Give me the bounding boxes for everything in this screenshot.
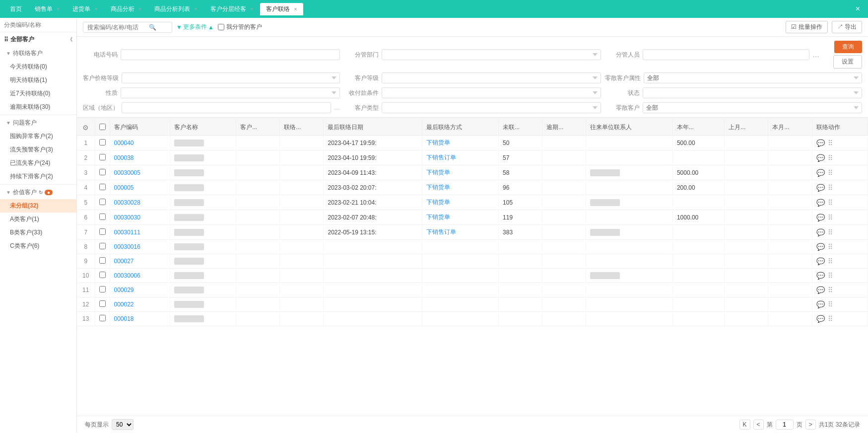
- chat-icon[interactable]: 💬: [816, 272, 825, 280]
- sidebar-pending-contact[interactable]: ▼ 待联络客户: [0, 47, 76, 60]
- grid-action-icon[interactable]: ⠿: [828, 139, 833, 147]
- reset-btn[interactable]: 设置: [833, 55, 862, 69]
- nav-tab-purchase[interactable]: 进货单 ×: [67, 3, 103, 15]
- nav-tab-analysis-list[interactable]: 商品分析列表 ×: [148, 3, 203, 15]
- refresh-icon[interactable]: ↻: [39, 190, 43, 195]
- customer-code-link[interactable]: 000022: [114, 301, 134, 308]
- sidebar-item-ungroup[interactable]: 未分组(32): [0, 199, 76, 213]
- nav-tab-analysis-close[interactable]: ×: [138, 6, 141, 12]
- nav-tab-customer-contact-close[interactable]: ×: [294, 6, 297, 12]
- phone-input[interactable]: [121, 49, 340, 60]
- grid-action-icon[interactable]: ⠿: [828, 257, 833, 265]
- chat-icon[interactable]: 💬: [816, 315, 825, 323]
- sidebar-item-abnormal[interactable]: 囤购异常客户(2): [0, 130, 76, 143]
- last-method-link[interactable]: 下销货单: [426, 214, 450, 220]
- sidebar-item-lost[interactable]: 已流失客户(24): [0, 156, 76, 170]
- last-method-link[interactable]: 下销货单: [426, 199, 450, 206]
- region-more-btn[interactable]: …: [334, 104, 340, 111]
- customer-code-link[interactable]: 00030030: [114, 214, 140, 221]
- my-customers-checkbox[interactable]: 我分管的客户: [218, 23, 262, 31]
- chat-icon[interactable]: 💬: [816, 154, 825, 162]
- customer-type-select[interactable]: [382, 102, 601, 113]
- sidebar-item-week[interactable]: 近7天待联络(0): [0, 87, 76, 100]
- row-checkbox[interactable]: [95, 225, 110, 240]
- chat-icon[interactable]: 💬: [816, 139, 825, 147]
- row-checkbox[interactable]: [95, 136, 110, 150]
- nav-tab-customer-segment-close[interactable]: ×: [250, 6, 253, 12]
- sidebar-item-declining[interactable]: 持续下滑客户(2): [0, 170, 76, 183]
- gear-icon[interactable]: ⚙: [82, 124, 89, 132]
- sidebar-item-a-class[interactable]: A类客户(1): [0, 213, 76, 226]
- person-input[interactable]: [643, 49, 809, 60]
- retail-attr-select[interactable]: 全部: [644, 72, 862, 83]
- status-select[interactable]: [643, 87, 862, 98]
- query-btn[interactable]: 查询: [834, 41, 862, 53]
- grid-action-icon[interactable]: ⠿: [828, 214, 833, 221]
- th-name[interactable]: 客户名称: [170, 120, 236, 136]
- chat-icon[interactable]: 💬: [816, 184, 825, 192]
- last-method-link[interactable]: 下销货单: [426, 139, 450, 146]
- first-page-btn[interactable]: K: [739, 420, 750, 430]
- grid-action-icon[interactable]: ⠿: [828, 169, 833, 177]
- row-code[interactable]: 000018: [110, 312, 170, 326]
- row-code[interactable]: 000040: [110, 136, 170, 150]
- customer-code-link[interactable]: 00030016: [114, 243, 140, 250]
- row-code[interactable]: 000029: [110, 283, 170, 297]
- customer-code-link[interactable]: 000029: [114, 287, 134, 293]
- th-checkbox[interactable]: [95, 120, 110, 136]
- sidebar-problem-customers[interactable]: ▼ 问题客户: [0, 116, 76, 130]
- grid-action-icon[interactable]: ⠿: [828, 199, 833, 207]
- row-code[interactable]: 00030111: [110, 225, 170, 240]
- price-level-select[interactable]: [122, 72, 340, 83]
- row-code[interactable]: 00030028: [110, 195, 170, 210]
- customer-level-select[interactable]: [382, 72, 601, 83]
- sidebar-value-customers[interactable]: ▼ 价值客户 ↻ ●: [0, 186, 76, 199]
- customer-code-link[interactable]: 000027: [114, 258, 134, 265]
- grid-action-icon[interactable]: ⠿: [828, 184, 833, 192]
- grid-action-icon[interactable]: ⠿: [828, 228, 833, 236]
- sidebar-item-today[interactable]: 今天待联络(0): [0, 60, 76, 73]
- customer-code-link[interactable]: 00030028: [114, 199, 140, 206]
- nav-home[interactable]: 首页: [4, 3, 28, 15]
- last-method-link[interactable]: 下销货单: [426, 169, 450, 176]
- row-checkbox[interactable]: [95, 254, 110, 269]
- row-code[interactable]: 000038: [110, 150, 170, 165]
- chat-icon[interactable]: 💬: [816, 286, 825, 294]
- my-customers-check-input[interactable]: [218, 24, 224, 30]
- nav-tab-sales[interactable]: 销售单 ×: [29, 3, 66, 15]
- last-method-link[interactable]: 下销售订单: [426, 228, 456, 235]
- filter-search-icon[interactable]: 🔍: [149, 24, 156, 31]
- chat-icon[interactable]: 💬: [816, 169, 825, 177]
- customer-code-link[interactable]: 000005: [114, 184, 134, 191]
- retail-customer-select[interactable]: 全部: [643, 102, 862, 113]
- sidebar-item-flow[interactable]: 流失预警客户(3): [0, 143, 76, 156]
- row-checkbox[interactable]: [95, 312, 110, 326]
- customer-code-link[interactable]: 00030006: [114, 272, 140, 279]
- sidebar-item-b-class[interactable]: B类客户(33): [0, 226, 76, 239]
- region-input[interactable]: [122, 102, 331, 113]
- row-checkbox[interactable]: [95, 269, 110, 283]
- grid-action-icon[interactable]: ⠿: [828, 286, 833, 294]
- grid-action-icon[interactable]: ⠿: [828, 243, 833, 251]
- grid-action-icon[interactable]: ⠿: [828, 154, 833, 162]
- chat-icon[interactable]: 💬: [816, 199, 825, 207]
- nav-tab-sales-close[interactable]: ×: [57, 6, 60, 12]
- chat-icon[interactable]: 💬: [816, 257, 825, 265]
- row-checkbox[interactable]: [95, 195, 110, 210]
- chat-icon[interactable]: 💬: [816, 300, 825, 308]
- nav-tab-purchase-close[interactable]: ×: [94, 6, 97, 12]
- nature-select[interactable]: [121, 87, 340, 98]
- prev-page-btn[interactable]: <: [753, 420, 764, 430]
- row-code[interactable]: 000022: [110, 297, 170, 312]
- last-method-link[interactable]: 下销售订单: [426, 154, 456, 161]
- page-number-input[interactable]: [776, 420, 794, 430]
- dept-select[interactable]: [382, 49, 601, 60]
- grid-action-icon[interactable]: ⠿: [828, 272, 833, 280]
- sidebar-item-tomorrow[interactable]: 明天待联络(1): [0, 73, 76, 87]
- sidebar-item-overdue[interactable]: 逾期未联络(30): [0, 100, 76, 114]
- row-code[interactable]: 00030016: [110, 240, 170, 254]
- sidebar-collapse-icon[interactable]: 《: [67, 36, 72, 43]
- row-checkbox[interactable]: [95, 180, 110, 195]
- customer-code-link[interactable]: 00030111: [114, 229, 140, 236]
- row-code[interactable]: 00030006: [110, 269, 170, 283]
